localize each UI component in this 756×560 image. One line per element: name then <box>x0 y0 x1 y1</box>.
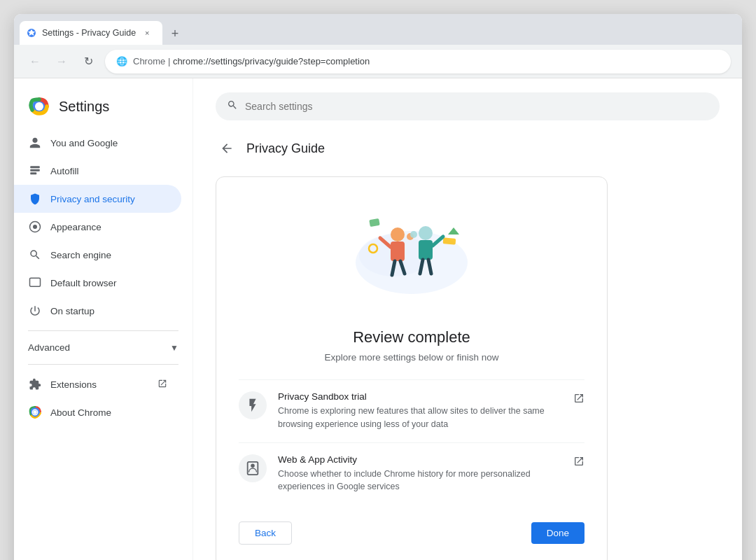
sidebar-divider-1 <box>28 330 178 331</box>
illustration-area <box>239 200 584 312</box>
appearance-icon <box>28 220 42 234</box>
url-lock-icon: 🌐 <box>116 56 127 66</box>
main-content: Settings You and Google Autofill Priv <box>14 78 742 560</box>
about-chrome-label: About Chrome <box>50 407 111 418</box>
extensions-label: Extensions <box>50 379 97 390</box>
privacy-sandbox-desc: Chrome is exploring new features that al… <box>278 405 562 431</box>
sidebar: Settings You and Google Autofill Priv <box>14 78 193 560</box>
active-tab[interactable]: Settings - Privacy Guide × <box>20 21 162 45</box>
external-link-icon <box>158 379 167 391</box>
sidebar-label-autofill: Autofill <box>50 166 79 176</box>
svg-marker-19 <box>448 227 459 234</box>
privacy-sandbox-external-icon <box>573 393 584 407</box>
svg-point-4 <box>36 103 43 110</box>
privacy-guide-card: Review complete Explore more settings be… <box>216 176 608 560</box>
sidebar-item-extensions[interactable]: Extensions <box>14 370 181 398</box>
shield-icon <box>28 192 42 206</box>
nav-forward-button[interactable]: → <box>52 52 71 71</box>
sidebar-item-search-engine[interactable]: Search engine <box>14 241 181 269</box>
tab-close-button[interactable]: × <box>141 27 153 38</box>
svg-rect-5 <box>30 166 40 168</box>
url-text: Chrome | chrome://settings/privacy/guide… <box>133 56 370 66</box>
web-app-activity-text: Web & App Activity Choose whether to inc… <box>278 454 562 494</box>
svg-point-34 <box>251 463 255 468</box>
sidebar-item-default-browser[interactable]: Default browser <box>14 269 181 297</box>
search-icon <box>227 99 238 113</box>
sidebar-label-appearance: Appearance <box>50 222 102 232</box>
card-actions: Back Done <box>239 522 584 545</box>
svg-point-21 <box>391 227 405 241</box>
sidebar-divider-2 <box>28 364 178 365</box>
advanced-arrow-icon: ▼ <box>170 343 178 353</box>
tab-title: Settings - Privacy Guide <box>42 28 136 38</box>
completion-illustration <box>335 200 489 312</box>
privacy-sandbox-title: Privacy Sandbox trial <box>278 391 562 402</box>
sidebar-item-privacy-security[interactable]: Privacy and security <box>14 185 181 213</box>
page-title: Privacy Guide <box>246 141 325 156</box>
privacy-sandbox-text: Privacy Sandbox trial Chrome is explorin… <box>278 391 562 431</box>
done-button[interactable]: Done <box>531 522 584 544</box>
url-bar[interactable]: 🌐 Chrome | chrome://settings/privacy/gui… <box>105 50 731 74</box>
sidebar-item-autofill[interactable]: Autofill <box>14 157 181 185</box>
svg-point-14 <box>33 410 37 414</box>
content-area: Privacy Guide <box>193 78 742 560</box>
svg-rect-7 <box>30 172 36 174</box>
svg-point-9 <box>33 225 37 229</box>
sidebar-advanced-section[interactable]: Advanced ▼ <box>14 337 192 358</box>
autofill-icon <box>28 164 42 178</box>
chrome-logo-icon <box>28 95 50 118</box>
web-app-activity-external-icon <box>573 456 584 470</box>
page-back-button[interactable] <box>216 137 238 160</box>
page-header: Privacy Guide <box>216 137 720 160</box>
web-app-activity-item[interactable]: Web & App Activity Choose whether to inc… <box>239 442 584 505</box>
sidebar-label-default-browser: Default browser <box>50 278 117 288</box>
tab-favicon <box>27 28 36 38</box>
svg-rect-6 <box>30 169 40 172</box>
privacy-sandbox-item[interactable]: Privacy Sandbox trial Chrome is explorin… <box>239 379 584 442</box>
web-app-activity-icon <box>239 454 267 482</box>
svg-point-32 <box>410 231 417 238</box>
svg-rect-18 <box>443 237 456 245</box>
address-bar: ← → ↻ 🌐 Chrome | chrome://settings/priva… <box>14 45 742 78</box>
sidebar-label-on-startup: On startup <box>50 306 94 316</box>
svg-rect-27 <box>419 240 433 260</box>
new-tab-button[interactable]: + <box>165 24 185 43</box>
sidebar-label-you-and-google: You and Google <box>50 138 118 148</box>
privacy-sandbox-icon <box>239 391 267 419</box>
url-label: Chrome <box>133 56 165 66</box>
sidebar-label-search-engine: Search engine <box>50 250 111 260</box>
svg-rect-17 <box>369 218 380 227</box>
svg-point-26 <box>419 226 433 240</box>
sidebar-label-privacy-security: Privacy and security <box>50 194 135 204</box>
review-complete-subtitle: Explore more settings below or finish no… <box>239 352 584 363</box>
back-button[interactable]: Back <box>239 522 292 545</box>
about-chrome-icon <box>28 405 42 419</box>
svg-rect-10 <box>30 278 41 286</box>
url-full: chrome://settings/privacy/guide?step=com… <box>173 56 370 66</box>
sidebar-item-on-startup[interactable]: On startup <box>14 297 181 325</box>
review-complete-title: Review complete <box>239 328 584 346</box>
sidebar-item-about-chrome[interactable]: About Chrome <box>14 398 181 426</box>
sidebar-item-appearance[interactable]: Appearance <box>14 213 181 241</box>
search-engine-icon <box>28 248 42 262</box>
svg-rect-22 <box>391 241 405 261</box>
on-startup-icon <box>28 304 42 318</box>
sidebar-advanced-label: Advanced <box>28 342 70 353</box>
nav-reload-button[interactable]: ↻ <box>78 52 98 71</box>
nav-back-button[interactable]: ← <box>25 52 45 71</box>
search-input[interactable] <box>245 101 708 112</box>
web-app-activity-title: Web & App Activity <box>278 454 562 465</box>
default-browser-icon <box>28 276 42 290</box>
sidebar-title-area: Settings <box>14 90 192 129</box>
sidebar-app-title: Settings <box>59 99 109 115</box>
web-app-activity-desc: Choose whether to include Chrome history… <box>278 468 562 494</box>
extensions-icon <box>28 377 42 391</box>
search-settings-bar[interactable] <box>216 92 720 120</box>
person-icon <box>28 136 42 150</box>
tab-bar: Settings - Privacy Guide × + <box>14 14 742 45</box>
sidebar-item-you-and-google[interactable]: You and Google <box>14 129 181 157</box>
